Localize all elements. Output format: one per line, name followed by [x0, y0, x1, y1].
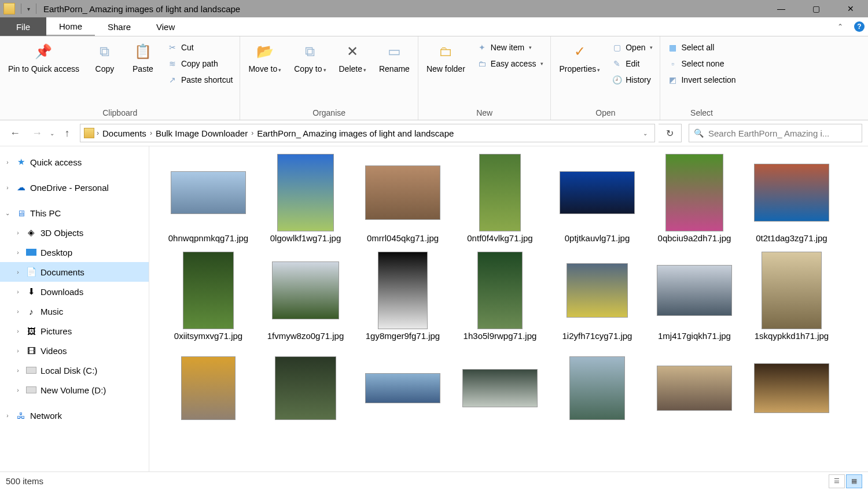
file-item[interactable]: 0t2t1dag3zg71.jpg: [744, 152, 839, 244]
details-view-button[interactable]: ☰: [829, 474, 845, 488]
tab-home[interactable]: Home: [46, 17, 95, 36]
sidebar-item-network[interactable]: ›🖧Network: [0, 406, 149, 425]
sidebar-item-videos[interactable]: ›🎞Videos: [0, 341, 149, 360]
folder-icon: ◈: [25, 227, 37, 238]
file-item[interactable]: 0xiitsymxvg71.jpg: [161, 250, 256, 342]
file-item[interactable]: [647, 348, 742, 429]
breadcrumb-item[interactable]: Documents: [101, 128, 148, 138]
rename-button[interactable]: ▭Rename: [376, 39, 413, 76]
sidebar-item-local-disk-c-[interactable]: ›Local Disk (C:): [0, 360, 149, 380]
system-menu-icon[interactable]: [3, 3, 15, 14]
thumbnails-view-button[interactable]: ▦: [846, 474, 862, 488]
tab-view[interactable]: View: [144, 17, 187, 36]
file-item[interactable]: [453, 348, 547, 429]
file-name: 0t2t1dag3zg71.jpg: [745, 233, 838, 244]
chevron-right-icon[interactable]: ›: [97, 129, 99, 137]
pc-icon: 🖥: [15, 207, 27, 219]
file-item[interactable]: [744, 348, 839, 429]
refresh-button[interactable]: ↻: [659, 124, 682, 142]
breadcrumb-item[interactable]: EarthPorn_ Amazing images of light and l…: [256, 128, 455, 138]
forward-button[interactable]: →: [28, 124, 46, 142]
select-none-icon: ▫: [667, 58, 678, 69]
easy-access-icon: 🗀: [477, 58, 487, 69]
minimize-button[interactable]: —: [764, 0, 799, 17]
sidebar-item-documents[interactable]: ›📄Documents: [0, 262, 149, 282]
select-all-button[interactable]: ▦Select all: [665, 41, 738, 54]
folder-icon: [84, 128, 94, 138]
folder-icon: 🎞: [25, 345, 37, 356]
cut-button[interactable]: ✂Cut: [165, 41, 236, 54]
sidebar-item-new-volume-d-[interactable]: ›New Volume (D:): [0, 380, 149, 400]
new-folder-button[interactable]: 🗀New folder: [423, 39, 469, 76]
copy-icon: ⧉: [94, 41, 115, 62]
file-item[interactable]: 0ptjtkauvlg71.jpg: [550, 152, 645, 244]
file-name: 1i2yfh71cyg71.jpg: [551, 331, 643, 342]
invert-selection-button[interactable]: ◩Invert selection: [665, 73, 738, 86]
collapse-ribbon-button[interactable]: ⌃: [830, 17, 851, 36]
tab-file[interactable]: File: [0, 17, 46, 36]
address-bar[interactable]: › Documents › Bulk Image Downloader › Ea…: [80, 124, 655, 142]
open-button[interactable]: ▢Open▾: [609, 41, 655, 54]
copy-path-button[interactable]: ≋Copy path: [165, 57, 236, 70]
sidebar-item-3d-objects[interactable]: ›◈3D Objects: [0, 223, 149, 242]
sidebar-item-music[interactable]: ›♪Music: [0, 301, 149, 321]
edit-button[interactable]: ✎Edit: [609, 57, 655, 70]
file-item[interactable]: [550, 348, 645, 429]
thumbnail-icon: [183, 252, 234, 329]
open-icon: ▢: [612, 42, 622, 53]
file-item[interactable]: 0mrrl045qkg71.jpg: [355, 152, 450, 244]
close-button[interactable]: ✕: [833, 0, 868, 17]
sidebar-item-desktop[interactable]: ›Desktop: [0, 242, 149, 262]
copy-to-button[interactable]: ⧉Copy to▾: [290, 39, 329, 76]
history-caret[interactable]: ⌄: [50, 130, 54, 137]
file-item[interactable]: 1i2yfh71cyg71.jpg: [550, 250, 645, 342]
file-item[interactable]: [161, 348, 256, 429]
file-item[interactable]: 1mj417giqkh71.jpg: [647, 250, 742, 342]
ribbon-group-open: ✓Properties▾ ▢Open▾ ✎Edit 🕘History Open: [551, 36, 660, 120]
file-item[interactable]: 0qbciu9a2dh71.jpg: [647, 152, 742, 244]
star-icon: ★: [15, 156, 27, 168]
tab-share[interactable]: Share: [95, 17, 144, 36]
select-none-button[interactable]: ▫Select none: [665, 57, 738, 70]
chevron-right-icon[interactable]: ›: [150, 129, 152, 137]
file-item[interactable]: [258, 348, 353, 429]
paste-button[interactable]: 📋 Paste: [127, 39, 159, 76]
delete-button[interactable]: ✕Delete▾: [336, 39, 370, 76]
title-bar: ▾ EarthPorn_ Amazing images of light and…: [0, 0, 868, 17]
breadcrumb-item[interactable]: Bulk Image Downloader: [155, 128, 249, 138]
sidebar-item-onedrive[interactable]: ›☁OneDrive - Personal: [0, 178, 149, 197]
file-name: 0qbciu9a2dh71.jpg: [648, 233, 741, 244]
copy-button[interactable]: ⧉ Copy: [89, 39, 121, 76]
back-button[interactable]: ←: [6, 124, 24, 142]
file-item[interactable]: 1fvmyw8zo0g71.jpg: [258, 250, 353, 342]
file-item[interactable]: 1gy8mger9fg71.jpg: [355, 250, 450, 342]
paste-shortcut-button[interactable]: ↗Paste shortcut: [165, 73, 236, 86]
properties-button[interactable]: ✓Properties▾: [556, 39, 604, 76]
file-item[interactable]: 0ntf0f4vlkg71.jpg: [453, 152, 547, 244]
paste-icon: 📋: [133, 41, 153, 62]
new-item-button[interactable]: ✦New item▾: [475, 41, 546, 54]
sidebar-item-pictures[interactable]: ›🖼Pictures: [0, 321, 149, 341]
file-item[interactable]: 0hnwqpnmkqg71.jpg: [161, 152, 256, 244]
file-item[interactable]: 0lgowlkf1wg71.jpg: [258, 152, 353, 244]
pin-quick-access-button[interactable]: 📌 Pin to Quick access: [5, 39, 83, 76]
sidebar-item-downloads[interactable]: ›⬇Downloads: [0, 282, 149, 301]
file-item[interactable]: 1h3o5l9rwpg71.jpg: [453, 250, 547, 342]
move-to-button[interactable]: 📂Move to▾: [245, 39, 285, 76]
sidebar-item-this-pc[interactable]: ⌄🖥This PC: [0, 203, 149, 223]
up-button[interactable]: ↑: [58, 124, 76, 142]
thumbnail-icon: [569, 356, 625, 420]
easy-access-button[interactable]: 🗀Easy access▾: [475, 57, 546, 70]
path-icon: ≋: [167, 58, 178, 69]
maximize-button[interactable]: ▢: [799, 0, 833, 17]
sidebar-item-quick-access[interactable]: ›★Quick access: [0, 152, 149, 172]
address-history-caret[interactable]: ⌄: [639, 130, 651, 137]
chevron-right-icon[interactable]: ›: [251, 129, 253, 137]
qa-customize-caret[interactable]: ▾: [27, 6, 30, 12]
file-item[interactable]: [355, 348, 450, 429]
history-button[interactable]: 🕘History: [609, 73, 655, 86]
search-input[interactable]: 🔍 Search EarthPorn_ Amazing i...: [689, 124, 862, 142]
file-item[interactable]: 1skqypkkd1h71.jpg: [744, 250, 839, 342]
file-list[interactable]: 0hnwqpnmkqg71.jpg 0lgowlkf1wg71.jpg 0mrr…: [149, 146, 868, 471]
help-button[interactable]: ?: [851, 17, 868, 36]
